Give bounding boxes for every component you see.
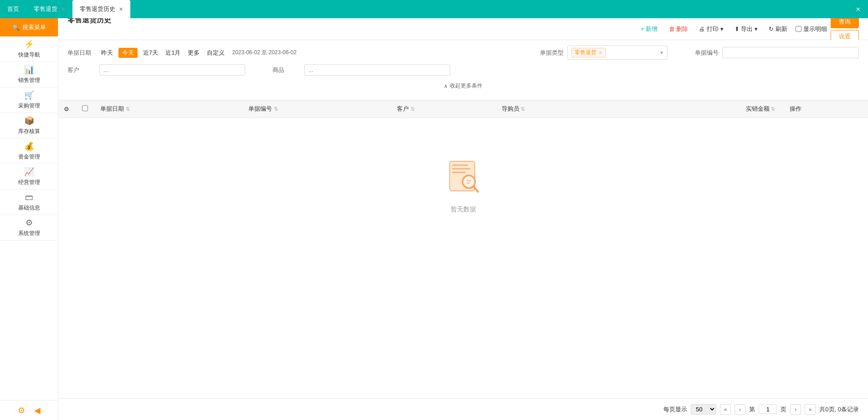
page-unit-label: 页 [781, 405, 786, 414]
table-header-row: ⚙ 单据日期 ⇅ 单据编号 ⇅ [58, 100, 868, 118]
quick-nav-icon: ⚡ [24, 39, 34, 49]
customer-filter-label: 客户 [67, 66, 99, 74]
svg-rect-2 [452, 168, 470, 169]
page-label: 第 [749, 405, 755, 414]
sort-date-icon: ⇅ [126, 106, 130, 112]
table-col-checkbox[interactable] [77, 100, 95, 118]
sidebar: 🔍 搜索菜单 ⚡ 快捷导航 📊 销售管理 🛒 采购管理 📦 库存核算 💰 [0, 18, 58, 420]
date-range-display: 2023-06-02 至 2023-06-02 [232, 49, 296, 56]
refresh-button[interactable]: ↻ 刷新 [766, 23, 790, 35]
svg-point-5 [464, 177, 473, 186]
show-detail-checkbox-label[interactable]: 显示明细 [796, 25, 827, 33]
last-page-btn[interactable]: » [805, 404, 816, 415]
sidebar-item-system[interactable]: ⚙ 系统管理 [0, 215, 58, 241]
settings-bottom-icon[interactable]: ⚙ [18, 405, 25, 415]
new-button[interactable]: + 新增 [638, 23, 660, 35]
sales-icon: 📊 [24, 65, 34, 75]
print-chevron-icon: ▾ [720, 26, 724, 32]
date-option-today[interactable]: 今天 [118, 48, 138, 58]
date-filter-options: 昨天 今天 近7天 近1月 更多 自定义 2023-06-02 至 2023-0… [99, 48, 513, 58]
first-page-btn[interactable]: « [720, 404, 731, 415]
table-select-all-checkbox[interactable] [82, 105, 88, 111]
number-filter-input[interactable] [722, 47, 859, 58]
column-settings-icon[interactable]: ⚙ [64, 106, 69, 113]
sidebar-item-inventory[interactable]: 📦 库存核算 [0, 113, 58, 138]
goods-filter-input[interactable] [304, 64, 450, 76]
table-col-date[interactable]: 单据日期 ⇅ [95, 100, 243, 118]
table-col-action: 操作 [784, 100, 868, 118]
sort-guide-icon: ⇅ [521, 106, 525, 112]
filter-row-1: 单据日期 昨天 今天 近7天 近1月 更多 自定义 2023-06-02 至 2… [67, 46, 859, 60]
customer-filter-input[interactable] [99, 64, 245, 76]
table-col-amount[interactable]: 实销金额 ⇅ [623, 100, 785, 118]
top-tab-bar: 首页 零售退货 ✕ 零售退货历史 ✕ ✕ [0, 0, 868, 18]
table-col-number[interactable]: 单据编号 ⇅ [243, 100, 391, 118]
sidebar-item-quick-nav[interactable]: ⚡ 快捷导航 [0, 36, 58, 62]
delete-button[interactable]: 🗑 删除 [666, 23, 691, 35]
collapse-sidebar-icon[interactable]: ◀ [34, 405, 41, 415]
table-body: 暂无数据 [58, 118, 868, 232]
date-filter-label: 单据日期 [67, 49, 99, 57]
date-option-7days[interactable]: 近7天 [141, 48, 160, 58]
empty-state: 暂无数据 [58, 118, 868, 232]
page-size-label: 每页显示 [663, 405, 687, 414]
sort-customer-icon: ⇅ [411, 106, 415, 112]
date-option-custom[interactable]: 自定义 [205, 48, 226, 58]
sidebar-item-business[interactable]: 📈 经营管理 [0, 164, 58, 190]
table-col-guide[interactable]: 导购员 ⇅ [496, 100, 623, 118]
sidebar-search-btn[interactable]: 🔍 搜索菜单 [0, 18, 58, 36]
table-col-customer[interactable]: 客户 ⇅ [391, 100, 496, 118]
number-filter-label: 单据编号 [695, 49, 722, 57]
date-option-yesterday[interactable]: 昨天 [99, 48, 115, 58]
sidebar-item-finance[interactable]: 💰 资金管理 [0, 138, 58, 164]
page-title: 零售退货历史 [67, 18, 638, 25]
inventory-icon: 📦 [24, 116, 34, 126]
total-label: 共0页, 0条记录 [819, 405, 859, 414]
date-option-more[interactable]: 更多 [186, 48, 201, 58]
sidebar-bottom: ⚙ ◀ [0, 400, 58, 420]
table-area: ⚙ 单据日期 ⇅ 单据编号 ⇅ [58, 100, 868, 398]
finance-icon: 💰 [24, 141, 34, 151]
page-header-content: 零售退货历史 + 新增 🗑 删除 🖨 打印 ▾ [67, 18, 859, 43]
type-filter-select[interactable]: 零售退货 ✕ ▾ [567, 46, 668, 60]
tab-home[interactable]: 首页 [0, 0, 26, 18]
page-header: 零售退货历史 + 新增 🗑 删除 🖨 打印 ▾ [58, 18, 868, 40]
sidebar-item-purchase[interactable]: 🛒 采购管理 [0, 87, 58, 113]
export-chevron-icon: ▾ [755, 26, 758, 32]
goods-filter-label: 商品 [272, 66, 304, 74]
data-table: ⚙ 单据日期 ⇅ 单据编号 ⇅ [58, 100, 868, 232]
prev-page-btn[interactable]: ‹ [734, 404, 745, 415]
toolbar: + 新增 🗑 删除 🖨 打印 ▾ ⬆ 导出 ▾ [638, 23, 827, 35]
type-tag-remove[interactable]: ✕ [598, 50, 603, 56]
svg-rect-1 [452, 164, 468, 166]
type-filter-label: 单据类型 [540, 49, 567, 57]
next-page-btn[interactable]: › [790, 404, 801, 415]
main-layout: 🔍 搜索菜单 ⚡ 快捷导航 📊 销售管理 🛒 采购管理 📦 库存核算 💰 [0, 18, 868, 420]
show-detail-checkbox[interactable] [796, 26, 801, 32]
basic-info-icon: 🗃 [25, 193, 33, 202]
collapse-filter-btn[interactable]: ∧ 收起更多条件 [437, 80, 490, 92]
sidebar-item-basic-info[interactable]: 🗃 基础信息 [0, 190, 58, 215]
svg-rect-3 [452, 172, 466, 173]
header-actions: + 新增 🗑 删除 🖨 打印 ▾ ⬆ 导出 ▾ [638, 18, 859, 43]
print-button[interactable]: 🖨 打印 ▾ [696, 23, 726, 35]
page-number-input[interactable] [759, 405, 777, 414]
export-button[interactable]: ⬆ 导出 ▾ [732, 23, 761, 35]
sidebar-item-sales[interactable]: 📊 销售管理 [0, 62, 58, 87]
type-filter-tag: 零售退货 ✕ [571, 48, 606, 57]
filter-area: 单据日期 昨天 今天 近7天 近1月 更多 自定义 2023-06-02 至 2… [58, 40, 868, 100]
tab-retail-return[interactable]: 零售退货 ✕ [26, 0, 72, 18]
topbar-close-btn[interactable]: ✕ [856, 6, 868, 13]
sort-number-icon: ⇅ [274, 106, 278, 112]
tab-retail-return-history-close[interactable]: ✕ [119, 6, 123, 12]
date-option-1month[interactable]: 近1月 [164, 48, 182, 58]
empty-state-icon [441, 154, 486, 200]
query-button[interactable]: 查询 [831, 18, 859, 28]
collapse-icon: ∧ [444, 83, 448, 89]
filter-row-2: 客户 商品 [67, 64, 859, 76]
table-col-settings[interactable]: ⚙ [58, 100, 77, 118]
purchase-icon: 🛒 [24, 90, 34, 100]
tab-retail-return-close[interactable]: ✕ [61, 6, 65, 12]
page-size-select[interactable]: 50 20 100 [691, 404, 716, 415]
tab-retail-return-history[interactable]: 零售退货历史 ✕ [72, 0, 130, 18]
